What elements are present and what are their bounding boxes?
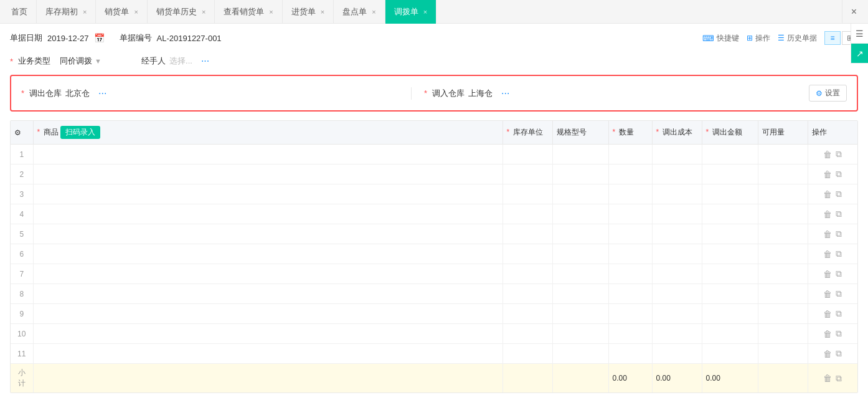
row-cost-cell[interactable] <box>652 264 702 284</box>
row-unit-cell[interactable] <box>502 224 552 244</box>
tab-sales-order-close[interactable]: × <box>134 8 138 16</box>
row-qty-cell[interactable] <box>608 244 652 264</box>
row-qty-cell[interactable] <box>608 304 652 324</box>
copy-icon[interactable]: ⧉ <box>836 169 842 179</box>
row-qty-cell[interactable] <box>608 184 652 204</box>
shortcuts-link[interactable]: ⌨ 快捷键 <box>702 33 739 44</box>
row-spec-cell[interactable] <box>552 145 608 164</box>
row-product-cell[interactable] <box>33 264 502 284</box>
row-unit-cell[interactable] <box>502 244 552 264</box>
row-amount-cell[interactable] <box>702 164 758 184</box>
row-unit-cell[interactable] <box>502 164 552 184</box>
row-available-cell[interactable] <box>758 324 808 344</box>
row-cost-cell[interactable] <box>652 244 702 264</box>
row-unit-cell[interactable] <box>502 284 552 304</box>
delete-icon[interactable]: 🗑 <box>823 150 832 159</box>
row-product-cell[interactable] <box>33 304 502 324</box>
row-cost-cell[interactable] <box>652 224 702 244</box>
row-amount-cell[interactable] <box>702 264 758 284</box>
copy-icon[interactable]: ⧉ <box>836 209 842 219</box>
row-spec-cell[interactable] <box>552 344 608 364</box>
delete-icon[interactable]: 🗑 <box>823 349 832 359</box>
col-settings-header[interactable]: ⚙ <box>11 121 33 145</box>
settings-button[interactable]: ⚙ 设置 <box>809 85 847 102</box>
tab-transfer-order[interactable]: 调拨单 × <box>385 0 436 24</box>
copy-icon[interactable]: ⧉ <box>836 308 842 319</box>
row-product-cell[interactable] <box>33 224 502 244</box>
row-available-cell[interactable] <box>758 204 808 224</box>
delete-icon[interactable]: 🗑 <box>823 209 832 219</box>
out-warehouse-more-icon[interactable]: ··· <box>98 88 106 99</box>
row-spec-cell[interactable] <box>552 224 608 244</box>
row-unit-cell[interactable] <box>502 324 552 344</box>
row-amount-cell[interactable] <box>702 324 758 344</box>
row-product-cell[interactable] <box>33 145 502 164</box>
row-spec-cell[interactable] <box>552 324 608 344</box>
row-available-cell[interactable] <box>758 284 808 304</box>
copy-icon[interactable]: ⧉ <box>836 269 842 279</box>
row-unit-cell[interactable] <box>502 145 552 164</box>
row-qty-cell[interactable] <box>608 324 652 344</box>
tab-view-sales[interactable]: 查看销货单 × <box>215 0 282 24</box>
tab-transfer-order-close[interactable]: × <box>423 8 427 16</box>
copy-icon[interactable]: ⧉ <box>836 288 842 299</box>
tab-sales-history-close[interactable]: × <box>202 8 205 16</box>
row-available-cell[interactable] <box>758 264 808 284</box>
copy-icon[interactable]: ⧉ <box>836 189 842 199</box>
row-available-cell[interactable] <box>758 344 808 364</box>
row-qty-cell[interactable] <box>608 284 652 304</box>
row-unit-cell[interactable] <box>502 344 552 364</box>
row-cost-cell[interactable] <box>652 324 702 344</box>
row-cost-cell[interactable] <box>652 145 702 164</box>
row-available-cell[interactable] <box>758 244 808 264</box>
tab-home[interactable]: 首页 <box>2 0 37 24</box>
sidebar-list-icon[interactable]: ☰ <box>851 24 869 44</box>
layout-list-button[interactable]: ≡ <box>824 31 841 45</box>
row-spec-cell[interactable] <box>552 204 608 224</box>
row-amount-cell[interactable] <box>702 244 758 264</box>
scan-button[interactable]: 扫码录入 <box>60 126 100 139</box>
row-spec-cell[interactable] <box>552 304 608 324</box>
row-cost-cell[interactable] <box>652 164 702 184</box>
row-available-cell[interactable] <box>758 184 808 204</box>
row-amount-cell[interactable] <box>702 284 758 304</box>
subtotal-copy-icon[interactable]: ⧉ <box>836 373 842 384</box>
tab-purchase-order[interactable]: 进货单 × <box>283 0 334 24</box>
in-warehouse-value[interactable]: 上海仓 <box>468 88 493 99</box>
row-qty-cell[interactable] <box>608 164 652 184</box>
row-product-cell[interactable] <box>33 184 502 204</box>
row-spec-cell[interactable] <box>552 184 608 204</box>
copy-icon[interactable]: ⧉ <box>836 249 842 259</box>
row-product-cell[interactable] <box>33 164 502 184</box>
row-qty-cell[interactable] <box>608 204 652 224</box>
person-select[interactable]: 选择... <box>169 55 192 67</box>
copy-icon[interactable]: ⧉ <box>836 328 842 339</box>
operations-link[interactable]: ⊞ 操作 <box>747 33 770 44</box>
subtotal-delete-icon[interactable]: 🗑 <box>823 373 832 383</box>
row-amount-cell[interactable] <box>702 145 758 164</box>
row-product-cell[interactable] <box>33 244 502 264</box>
delete-icon[interactable]: 🗑 <box>823 189 832 199</box>
delete-icon[interactable]: 🗑 <box>823 329 832 339</box>
row-product-cell[interactable] <box>33 284 502 304</box>
row-qty-cell[interactable] <box>608 344 652 364</box>
tab-inventory-count-close[interactable]: × <box>372 8 375 16</box>
row-amount-cell[interactable] <box>702 304 758 324</box>
row-cost-cell[interactable] <box>652 304 702 324</box>
delete-icon[interactable]: 🗑 <box>823 169 832 179</box>
row-product-cell[interactable] <box>33 324 502 344</box>
copy-icon[interactable]: ⧉ <box>836 149 842 159</box>
tab-sales-order[interactable]: 销货单 × <box>96 0 147 24</box>
calendar-icon[interactable]: 📅 <box>94 33 105 43</box>
row-qty-cell[interactable] <box>608 224 652 244</box>
out-warehouse-value[interactable]: 北京仓 <box>65 88 90 99</box>
row-product-cell[interactable] <box>33 204 502 224</box>
row-product-cell[interactable] <box>33 344 502 364</box>
tab-inventory-count[interactable]: 盘点单 × <box>334 0 385 24</box>
row-cost-cell[interactable] <box>652 204 702 224</box>
row-unit-cell[interactable] <box>502 184 552 204</box>
business-type-select[interactable]: 同价调拨 ▼ <box>54 52 129 70</box>
row-available-cell[interactable] <box>758 164 808 184</box>
delete-icon[interactable]: 🗑 <box>823 269 832 279</box>
tab-inventory-init-close[interactable]: × <box>83 8 87 16</box>
